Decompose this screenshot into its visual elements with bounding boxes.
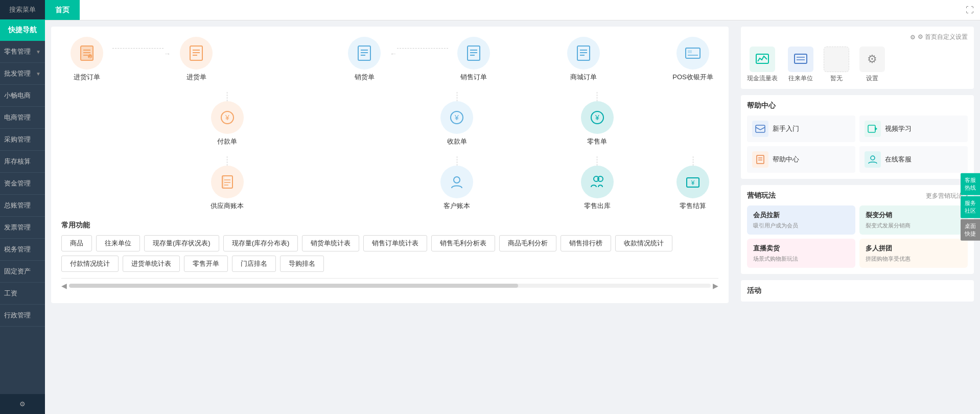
topbar-right: ⛶ — [966, 0, 980, 20]
help-item-center[interactable]: 帮助中心 — [747, 146, 855, 173]
help-center-card: 帮助中心 新手入门 视频学习 — [741, 95, 974, 179]
btn-purchase-stat[interactable]: 进货单统计表 — [123, 256, 180, 272]
btn-partner[interactable]: 往来单位 — [96, 235, 140, 251]
flow-node-purchase-bill[interactable]: 进货单 — [171, 37, 222, 82]
btn-sales-stat[interactable]: 销货单统计表 — [302, 235, 359, 251]
flow-node-retail-out[interactable]: 零售出库 — [572, 166, 623, 211]
flow-row-2: ¥ 付款单 ¥ — [61, 92, 718, 146]
btn-stock-status[interactable]: 现存量(库存状况表) — [144, 235, 219, 251]
sidebar-item-salary[interactable]: 工资 — [0, 283, 45, 305]
quick-icon-empty: 暂无 — [824, 47, 849, 83]
sidebar: 搜索菜单 快捷导航 零售管理▼ 批发管理▼ 小畅电商 电商管理 采购管理 库存核… — [0, 0, 45, 414]
sidebar-item-finance[interactable]: 资金管理 — [0, 173, 45, 195]
content-area: ✓ 进货订单 → — [45, 20, 980, 414]
help-video-label: 视频学习 — [885, 124, 912, 133]
sidebar-item-ecommerce[interactable]: 电商管理 — [0, 107, 45, 129]
svg-marker-48 — [875, 127, 877, 131]
btn-store-rank[interactable]: 门店排名 — [232, 256, 276, 272]
flow-node-receipt[interactable]: ¥ 收款单 — [431, 101, 482, 146]
flow-node-purchase-order[interactable]: ✓ 进货订单 — [61, 37, 112, 82]
sidebar-settings[interactable]: ⚙ — [0, 394, 45, 414]
float-btn-community[interactable]: 服务社区 — [961, 196, 980, 218]
topbar: 首页 ⛶ — [45, 0, 980, 20]
help-item-video[interactable]: 视频学习 — [859, 116, 968, 142]
fullscreen-icon[interactable]: ⛶ — [966, 6, 974, 15]
scroll-bar: ◀ ▶ — [61, 278, 718, 293]
flow-row-1: ✓ 进货订单 → — [61, 37, 718, 82]
flow-node-retail-settle[interactable]: ¥ 零售结算 — [667, 166, 718, 211]
quick-icon-partner[interactable]: 往来单位 — [788, 47, 813, 83]
btn-goods-profit[interactable]: 商品毛利分析 — [499, 235, 556, 251]
btn-stock-dist[interactable]: 现存量(库存分布表) — [223, 235, 298, 251]
receipt-node-col: ¥ 收款单 — [431, 92, 482, 146]
sidebar-item-inventory[interactable]: 库存核算 — [0, 151, 45, 173]
partner-label: 往来单位 — [788, 74, 813, 83]
btn-receipt-stat[interactable]: 收款情况统计 — [615, 235, 672, 251]
homepage-settings-label[interactable]: ⚙ 首页自定义设置 — [918, 33, 968, 41]
sidebar-item-fixed-assets[interactable]: 固定资产 — [0, 261, 45, 283]
flow-node-retail-bill[interactable]: ¥ 零售单 — [572, 101, 623, 146]
activity-card: 活动 — [741, 280, 974, 302]
marketing-member[interactable]: 会员拉新 吸引用户成为会员 — [747, 205, 855, 235]
marketing-live[interactable]: 直播卖货 场景式购物新玩法 — [747, 239, 855, 268]
float-btn-desktop[interactable]: 桌面快捷 — [961, 219, 980, 241]
flow-node-customer-book[interactable]: 客户账本 — [431, 166, 482, 211]
flow-node-sales-order[interactable]: 销售订单 — [448, 37, 499, 82]
svg-rect-47 — [868, 125, 875, 132]
help-center-title: 帮助中心 — [747, 101, 968, 110]
marketing-group[interactable]: 多人拼团 拼团购物享受优惠 — [859, 239, 968, 268]
sidebar-item-invoice[interactable]: 发票管理 — [0, 217, 45, 239]
sidebar-item-xiaochangec[interactable]: 小畅电商 — [0, 85, 45, 107]
help-item-online[interactable]: 在线客服 — [859, 146, 968, 173]
main-area: 首页 ⛶ ✓ 进货订单 — [45, 0, 980, 414]
btn-sales-rank[interactable]: 销售排行榜 — [561, 235, 611, 251]
common-functions-title: 常用功能 — [61, 221, 718, 230]
float-btn-service[interactable]: 客服热线 — [961, 173, 980, 195]
quick-access-header: ⚙ ⚙ 首页自定义设置 — [747, 33, 968, 41]
scroll-track[interactable] — [69, 284, 711, 288]
btn-goods[interactable]: 商品 — [61, 235, 92, 251]
btn-sales-order-stat[interactable]: 销售订单统计表 — [363, 235, 427, 251]
payment-node-col: ¥ 付款单 — [202, 92, 253, 146]
marketing-live-sub: 场景式购物新玩法 — [753, 255, 849, 263]
sidebar-item-tax[interactable]: 税务管理 — [0, 239, 45, 261]
marketing-live-title: 直播卖货 — [753, 244, 849, 253]
help-item-beginner[interactable]: 新手入门 — [747, 116, 855, 142]
sidebar-item-wholesale[interactable]: 批发管理▼ — [0, 63, 45, 85]
flow-node-pos[interactable]: POS收银开单 — [667, 37, 718, 82]
flow-node-mall-order[interactable]: 商城订单 — [558, 37, 609, 82]
flow-node-sales-bill[interactable]: 销货单 — [339, 37, 390, 82]
scroll-left[interactable]: ◀ — [61, 282, 67, 290]
sidebar-search[interactable]: 搜索菜单 — [0, 0, 45, 19]
svg-rect-46 — [756, 125, 765, 132]
sidebar-item-purchase[interactable]: 采购管理 — [0, 129, 45, 151]
common-functions-grid: 商品 往来单位 现存量(库存状况表) 现存量(库存分布表) 销货单统计表 销售订… — [61, 235, 718, 272]
help-beginner-label: 新手入门 — [773, 124, 799, 133]
btn-guide-rank[interactable]: 导购排名 — [280, 256, 324, 272]
activity-title: 活动 — [747, 286, 968, 295]
cashflow-label: 现金流量表 — [747, 74, 778, 83]
marketing-fission[interactable]: 裂变分销 裂变式发展分销商 — [859, 205, 968, 235]
flow-node-payment[interactable]: ¥ 付款单 — [202, 101, 253, 146]
btn-retail-open[interactable]: 零售开单 — [184, 256, 228, 272]
main-panel: ✓ 进货订单 → — [45, 20, 735, 414]
tab-home[interactable]: 首页 — [45, 0, 80, 20]
marketing-group-sub: 拼团购物享受优惠 — [866, 255, 962, 263]
flow-node-supplier-book[interactable]: 供应商账本 — [202, 166, 253, 211]
svg-point-52 — [871, 156, 875, 160]
marketing-header: 营销玩法 更多营销玩法 > — [747, 191, 968, 200]
btn-payment-stat[interactable]: 付款情况统计 — [61, 256, 119, 272]
svg-text:¥: ¥ — [454, 113, 459, 122]
scroll-right[interactable]: ▶ — [713, 282, 718, 290]
btn-sales-profit[interactable]: 销售毛利分析表 — [431, 235, 495, 251]
quick-icon-cashflow[interactable]: 现金流量表 — [747, 47, 778, 83]
quick-icon-settings[interactable]: ⚙ 设置 — [859, 47, 885, 83]
sidebar-item-ledger[interactable]: 总账管理 — [0, 195, 45, 217]
sidebar-nav[interactable]: 快捷导航 — [0, 19, 45, 41]
svg-text:✓: ✓ — [89, 56, 91, 59]
sidebar-item-retail[interactable]: 零售管理▼ — [0, 41, 45, 63]
scroll-thumb — [69, 284, 518, 288]
supplier-col: 供应商账本 — [202, 156, 253, 211]
sidebar-item-admin[interactable]: 行政管理 — [0, 305, 45, 327]
quick-icons-row: 现金流量表 往来单位 暂无 ⚙ — [747, 47, 968, 83]
